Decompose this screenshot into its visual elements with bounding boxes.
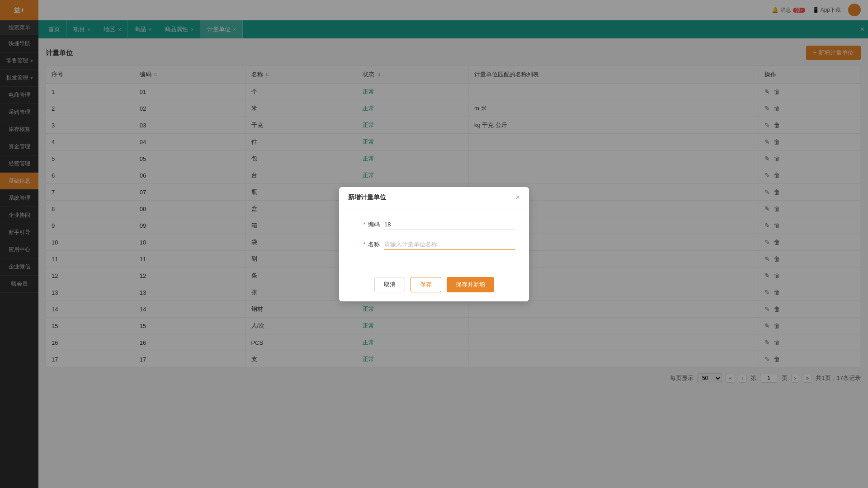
code-input[interactable] (384, 219, 515, 230)
modal-body: * 编码 * 名称 (339, 208, 529, 270)
form-row-name: * 名称 (353, 239, 515, 250)
modal-overlay[interactable]: 新增计量单位 × * 编码 * 名称 取消 保存 保存并新增 (0, 0, 868, 488)
name-input[interactable] (384, 239, 515, 250)
cancel-button[interactable]: 取消 (374, 277, 405, 292)
name-label: * 名称 (353, 240, 380, 249)
save-and-new-button[interactable]: 保存并新增 (447, 277, 494, 292)
modal-title: 新增计量单位 (348, 193, 386, 202)
modal-footer: 取消 保存 保存并新增 (339, 270, 529, 301)
form-row-code: * 编码 (353, 219, 515, 230)
add-unit-modal: 新增计量单位 × * 编码 * 名称 取消 保存 保存并新增 (339, 187, 529, 301)
save-button[interactable]: 保存 (410, 277, 441, 292)
code-label: * 编码 (353, 221, 380, 229)
modal-close-button[interactable]: × (516, 194, 520, 201)
modal-header: 新增计量单位 × (339, 187, 529, 208)
